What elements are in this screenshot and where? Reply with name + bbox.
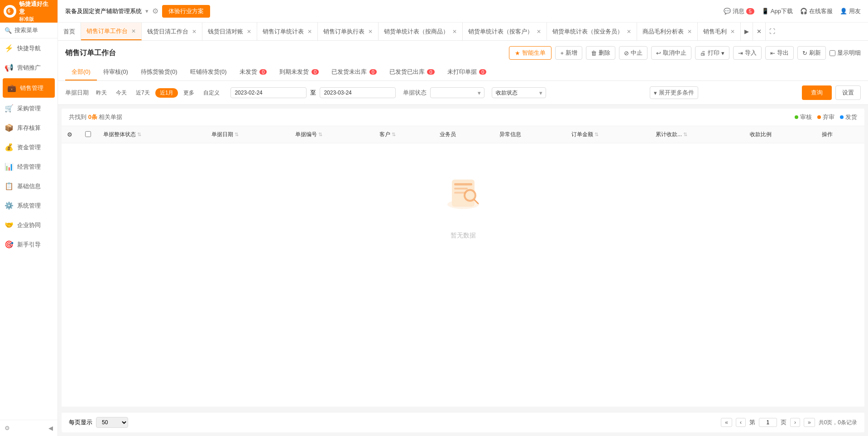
- tab-close-icon[interactable]: ✕: [131, 28, 136, 34]
- settings-icon[interactable]: ⚙: [5, 425, 10, 431]
- sidebar-item-inventory[interactable]: 📦 库存核算: [0, 118, 58, 137]
- tab-close-icon[interactable]: ✕: [307, 28, 312, 35]
- col-status[interactable]: 单据整体状态: [98, 126, 206, 143]
- import-button[interactable]: ⇥ 导入: [733, 46, 762, 60]
- col-checkbox[interactable]: [80, 126, 98, 143]
- filter-tab-pending-review[interactable]: 待审核(0): [97, 64, 134, 81]
- horizontal-scrollbar[interactable]: [62, 407, 864, 412]
- setting-button[interactable]: 设置: [835, 85, 861, 100]
- tab-product-profit[interactable]: 商品毛利分析表 ✕: [637, 23, 698, 40]
- tab-sales-stat-customer[interactable]: 销货单统计表（按客户） ✕: [463, 23, 547, 40]
- tab-home[interactable]: 首页: [58, 23, 81, 40]
- last-page-btn[interactable]: »: [804, 418, 815, 427]
- col-amount[interactable]: 订单金额: [566, 126, 650, 143]
- refresh-button[interactable]: ↻ 刷新: [797, 46, 826, 60]
- online-service-action[interactable]: 🎧 在线客服: [800, 7, 833, 15]
- tab-close-icon[interactable]: ✕: [730, 28, 735, 35]
- tab-cash-daily[interactable]: 钱货日清工作台 ✕: [142, 23, 202, 40]
- tab-sales-stat-staff[interactable]: 销货单统计表（按业务员） ✕: [547, 23, 637, 40]
- settings-col-icon[interactable]: ⚙: [67, 131, 72, 138]
- sidebar-item-basic-info[interactable]: 📋 基础信息: [0, 176, 58, 196]
- sidebar-item-marketing[interactable]: 📢 营销推广: [0, 58, 58, 77]
- tab-close-icon[interactable]: ✕: [247, 28, 251, 35]
- settings-btn[interactable]: ⚙: [152, 7, 158, 15]
- sidebar-item-system[interactable]: ⚙️ 系统管理: [0, 196, 58, 215]
- tab-cash-reconcile[interactable]: 钱货日清对账 ✕: [202, 23, 257, 40]
- date-opt-more[interactable]: 更多: [180, 88, 198, 98]
- app-download-action[interactable]: 📱 App下载: [762, 7, 793, 15]
- anti-review-action[interactable]: 弃审: [817, 113, 834, 121]
- col-customer[interactable]: 客户: [374, 126, 434, 143]
- tab-sales-profit[interactable]: 销售毛利 ✕: [698, 23, 741, 40]
- date-opt-1month[interactable]: 近1月: [155, 88, 178, 98]
- sidebar-item-enterprise[interactable]: 🤝 企业协同: [0, 215, 58, 235]
- collapse-icon[interactable]: ◀: [48, 425, 53, 431]
- col-collected[interactable]: 累计收款...: [650, 126, 744, 143]
- tab-close-icon[interactable]: ✕: [687, 28, 692, 35]
- sidebar-item-purchase[interactable]: 🛒 采购管理: [0, 99, 58, 118]
- add-button[interactable]: + 新增: [555, 46, 582, 60]
- select-all-checkbox[interactable]: [85, 131, 91, 137]
- col-date[interactable]: 单据日期: [206, 126, 290, 143]
- tab-close-icon[interactable]: ✕: [537, 28, 541, 35]
- user-action[interactable]: 👤 用友: [840, 7, 861, 15]
- tab-label: 销售订单执行表: [323, 28, 364, 36]
- page-size-select[interactable]: 20 50 100: [96, 417, 128, 428]
- filter-tab-pending-inspect[interactable]: 待拣货验货(0): [134, 64, 184, 81]
- next-page-btn[interactable]: ›: [790, 418, 800, 427]
- review-action[interactable]: 审核: [795, 113, 812, 121]
- app-logo: 6 畅捷通好生意 标准版: [0, 0, 58, 23]
- tab-fullscreen-btn[interactable]: ⛶: [765, 23, 779, 40]
- filter-tab-not-shipped[interactable]: 未发货 0: [233, 64, 273, 81]
- message-action[interactable]: 💬 消息 5: [724, 7, 754, 15]
- sidebar-item-sales[interactable]: 💼 销售管理: [3, 78, 55, 98]
- tab-close-all-btn[interactable]: ✕: [753, 23, 765, 40]
- delete-button[interactable]: 🗑 删除: [586, 46, 615, 60]
- filter-tab-not-printed[interactable]: 未打印单据 0: [441, 64, 493, 81]
- cancel-stop-button[interactable]: ↩ 取消中止: [651, 46, 691, 60]
- page-input[interactable]: [759, 418, 777, 427]
- filter-tab-all[interactable]: 全部(0): [65, 64, 97, 81]
- experience-button[interactable]: 体验行业方案: [162, 5, 210, 18]
- sidebar-item-finance[interactable]: 💰 资金管理: [0, 137, 58, 157]
- expand-more-btn[interactable]: ▾ 展开更多条件: [650, 86, 698, 99]
- sidebar-item-guide[interactable]: 🎯 新手引导: [0, 235, 58, 254]
- tab-close-icon[interactable]: ✕: [627, 28, 631, 35]
- smart-gen-button[interactable]: ★ 智能生单: [509, 46, 551, 60]
- filter-tab-shipped-out[interactable]: 已发货已出库 0: [383, 64, 441, 81]
- sidebar-item-operation[interactable]: 📊 经营管理: [0, 157, 58, 176]
- date-to-input[interactable]: [320, 87, 396, 98]
- show-detail-checkbox-label[interactable]: 显示明细: [830, 49, 861, 57]
- export-button[interactable]: ⇤ 导出: [765, 46, 794, 60]
- dropdown-icon[interactable]: ▾: [145, 8, 149, 14]
- payment-status-select[interactable]: 收款状态: [492, 87, 546, 98]
- tab-close-icon[interactable]: ✕: [192, 28, 197, 35]
- query-button[interactable]: 查询: [802, 85, 832, 100]
- prev-page-btn[interactable]: ‹: [736, 418, 746, 427]
- sidebar-bottom: ⚙ ◀: [0, 420, 58, 436]
- date-from-input[interactable]: [230, 87, 307, 98]
- col-number[interactable]: 单据编号: [290, 126, 374, 143]
- sidebar-search[interactable]: 🔍 搜索菜单: [0, 23, 58, 38]
- filter-tab-shipped-not-out[interactable]: 已发货未出库 0: [325, 64, 383, 81]
- tab-more-btn[interactable]: ▶: [741, 23, 753, 40]
- tab-close-icon[interactable]: ✕: [368, 28, 373, 35]
- stop-button[interactable]: ⊘ 中止: [619, 46, 647, 60]
- date-opt-custom[interactable]: 自定义: [200, 88, 223, 98]
- status-select[interactable]: [430, 87, 484, 98]
- filter-tab-expired-not-shipped[interactable]: 到期未发货 0: [273, 64, 325, 81]
- tab-sales-stat-product[interactable]: 销货单统计表（按商品） ✕: [379, 23, 463, 40]
- date-opt-today[interactable]: 今天: [112, 88, 130, 98]
- tab-sales-workbench[interactable]: 销售订单工作台 ✕: [81, 23, 142, 40]
- first-page-btn[interactable]: «: [721, 418, 732, 427]
- print-button[interactable]: 🖨 打印 ▾: [695, 46, 729, 60]
- sidebar-item-quick-nav[interactable]: ⚡ 快捷导航: [0, 38, 58, 58]
- tab-sales-order-exec[interactable]: 销售订单执行表 ✕: [318, 23, 379, 40]
- show-detail-checkbox[interactable]: [830, 50, 835, 56]
- tab-close-icon[interactable]: ✕: [452, 28, 457, 35]
- filter-tab-wangpu[interactable]: 旺铺待发货(0): [184, 64, 233, 81]
- date-opt-yesterday[interactable]: 昨天: [92, 88, 110, 98]
- date-opt-7days[interactable]: 近7天: [132, 88, 153, 98]
- ship-action[interactable]: 发货: [840, 113, 857, 121]
- tab-sales-order-stat[interactable]: 销售订单统计表 ✕: [257, 23, 318, 40]
